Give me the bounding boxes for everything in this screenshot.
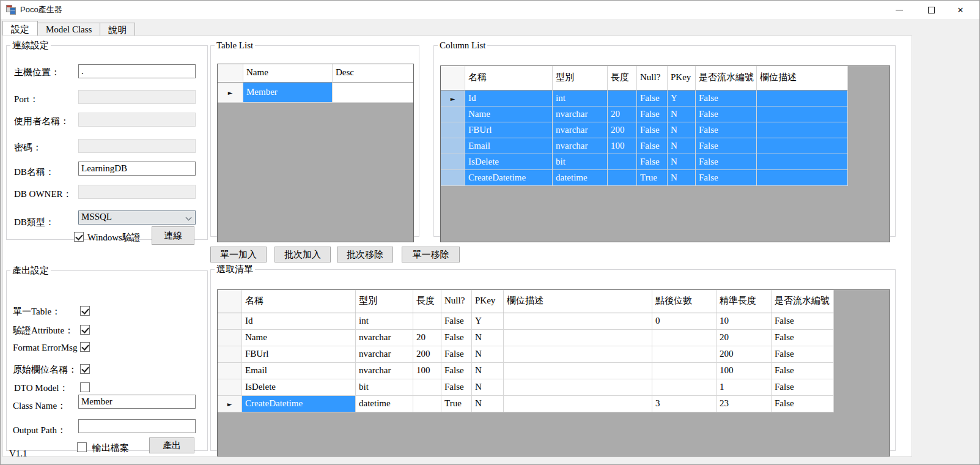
grid-cell[interactable]: False [441,379,472,396]
grid-cell[interactable]: int [553,91,608,106]
row-header[interactable] [441,138,465,154]
grid-cell[interactable] [757,154,848,170]
column-header[interactable]: 欄位描述 [757,66,848,91]
grid-cell[interactable]: FBUrl [465,122,553,138]
grid-cell[interactable] [608,154,637,170]
grid-cell[interactable]: Id [242,313,356,330]
grid-cell[interactable]: FBUrl [242,346,356,363]
grid-cell[interactable]: False [696,170,757,186]
grid-cell[interactable]: Y [668,91,696,106]
grid-cell[interactable] [608,170,637,186]
grid-cell[interactable] [652,346,717,363]
grid-cell[interactable]: nvarchar [553,106,608,122]
format-errormsg-checkbox[interactable] [80,342,90,352]
single-remove-button[interactable]: 單一移除 [402,247,460,262]
class-name-input[interactable] [78,395,196,409]
connect-button[interactable]: 連線 [152,226,194,245]
grid-cell[interactable]: 100 [413,363,441,379]
grid-cell[interactable]: datetime [356,396,413,412]
column-header[interactable]: 長度 [413,290,441,313]
grid-cell[interactable]: Y [472,313,504,330]
grid-cell[interactable]: Name [242,330,356,346]
column-header[interactable]: Null? [441,290,472,313]
grid-cell[interactable]: bit [356,379,413,396]
grid-cell[interactable] [608,91,637,106]
port-input[interactable] [78,90,196,104]
grid-cell[interactable]: False [441,330,472,346]
column-header[interactable]: 長度 [608,66,637,91]
column-header[interactable]: 欄位描述 [504,290,652,313]
tab-model-class[interactable]: Model Class [37,23,100,35]
column-header[interactable]: 點後位數 [652,290,717,313]
column-header[interactable]: PKey [472,290,504,313]
grid-cell[interactable] [504,396,652,412]
grid-cell[interactable]: N [472,330,504,346]
grid-cell[interactable]: 200 [413,346,441,363]
original-column-name-checkbox[interactable] [80,364,90,374]
grid-cell[interactable]: 20 [413,330,441,346]
grid-cell[interactable]: False [696,106,757,122]
grid-cell[interactable] [504,363,652,379]
grid-cell[interactable] [757,170,848,186]
column-header[interactable]: 名稱 [465,66,553,91]
validate-attribute-checkbox[interactable] [80,325,90,335]
grid-cell[interactable] [504,313,652,330]
column-header[interactable]: 型別 [553,66,608,91]
row-header[interactable] [218,346,242,363]
grid-cell[interactable]: 100 [608,138,637,154]
grid-cell[interactable]: False [441,346,472,363]
grid-cell[interactable]: True [441,396,472,412]
grid-cell[interactable]: N [668,122,696,138]
column-header[interactable]: 型別 [356,290,413,313]
row-header[interactable] [218,330,242,346]
grid-cell[interactable]: 200 [717,346,772,363]
host-input[interactable] [78,64,196,78]
tab-settings[interactable]: 設定 [2,21,38,35]
grid-cell[interactable] [757,138,848,154]
grid-cell[interactable]: False [772,313,834,330]
grid-cell[interactable]: IsDelete [465,154,553,170]
grid-cell[interactable]: False [696,138,757,154]
username-input[interactable] [78,113,196,127]
grid-cell[interactable]: False [772,363,834,379]
column-header[interactable]: Null? [637,66,668,91]
grid-cell[interactable]: False [637,91,668,106]
grid-cell[interactable] [413,313,441,330]
grid-cell[interactable]: 1 [717,379,772,396]
password-input[interactable] [78,139,196,153]
grid-cell[interactable]: False [637,122,668,138]
grid-cell[interactable] [757,91,848,106]
grid-cell[interactable]: Id [465,91,553,106]
single-table-checkbox[interactable] [80,306,90,316]
db-owner-input[interactable] [78,185,196,199]
row-header-corner[interactable] [218,64,243,83]
column-header[interactable]: PKey [668,66,696,91]
grid-cell[interactable] [757,106,848,122]
grid-cell[interactable]: N [668,170,696,186]
grid-cell[interactable] [504,330,652,346]
row-header[interactable] [218,313,242,330]
grid-cell[interactable]: bit [553,154,608,170]
grid-cell[interactable] [652,363,717,379]
grid-cell[interactable]: 100 [717,363,772,379]
grid-cell[interactable]: IsDelete [242,379,356,396]
row-header[interactable] [441,170,465,186]
grid-cell[interactable]: N [472,379,504,396]
windows-auth-checkbox[interactable] [74,232,84,242]
grid-cell[interactable] [504,346,652,363]
grid-cell[interactable]: False [772,396,834,412]
grid-cell[interactable]: Member [243,83,333,103]
row-header[interactable] [441,122,465,138]
row-header[interactable] [441,106,465,122]
grid-cell[interactable]: 10 [717,313,772,330]
generate-button[interactable]: 產出 [149,437,194,453]
tab-help[interactable]: 說明 [100,23,135,35]
grid-cell[interactable]: False [772,330,834,346]
grid-cell[interactable]: N [668,154,696,170]
column-header[interactable]: Name [243,64,333,83]
grid-cell[interactable]: False [772,379,834,396]
db-type-select[interactable]: MSSQL [78,210,196,225]
maximize-button[interactable] [917,1,945,19]
grid-cell[interactable]: CreateDatetime [242,396,356,412]
grid-cell[interactable]: N [472,363,504,379]
